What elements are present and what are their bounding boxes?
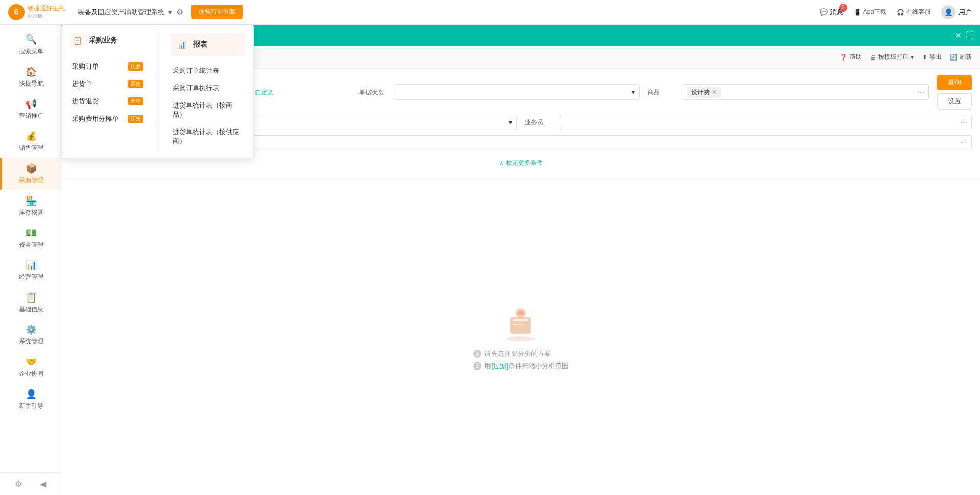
sidebar-item-guide[interactable]: 👤 新手引导 bbox=[0, 383, 61, 416]
dropdown-item-goods-receipt[interactable]: 进货单 历史 bbox=[70, 75, 145, 93]
status-filter: 单据状态 ▾ bbox=[359, 84, 640, 100]
export-icon: ⬆ bbox=[922, 54, 927, 61]
refresh-icon: 🔄 bbox=[950, 54, 957, 61]
message-notification[interactable]: 💬 消息 5 bbox=[820, 8, 843, 17]
bottom-collapse-icon[interactable]: ◀ bbox=[40, 479, 46, 489]
basic-info-icon: 📋 bbox=[26, 292, 37, 303]
status-label: 单据状态 bbox=[359, 88, 390, 97]
search-icon: 🔍 bbox=[26, 34, 37, 45]
sidebar-label-capital: 资金管理 bbox=[19, 241, 44, 249]
goods-select[interactable]: 设计费 ✕ ··· bbox=[683, 84, 929, 100]
help-icon: ❓ bbox=[840, 54, 847, 61]
sidebar-label-basic-info: 基础信息 bbox=[19, 305, 44, 314]
sidebar-item-search[interactable]: 🔍 搜索菜单 bbox=[0, 29, 61, 61]
report-column-icon: 📊 bbox=[175, 37, 189, 52]
svg-rect-5 bbox=[518, 311, 524, 315]
sales-icon: 💰 bbox=[26, 131, 37, 142]
dropdown-item-purchase-order[interactable]: 采购订单 历史 bbox=[70, 58, 145, 75]
top-header: 6 畅捷通好生意 标准版 装备及固定资产辅助管理系统 ▾ ⚙ 体验行业方案 💬 … bbox=[0, 0, 980, 25]
collapse-icon: ∧ bbox=[499, 160, 504, 167]
purchase-column: 📋 采购业务 采购订单 历史 进货单 历史 进货退货 历史 采购费用分摊单 历史 bbox=[70, 33, 145, 150]
help-btn[interactable]: ❓ 帮助 bbox=[840, 53, 862, 61]
home-icon: 🏠 bbox=[26, 66, 37, 77]
main-content: 1 请先选择要分析的方案 2 用[过滤]条件来缩小分析范围 bbox=[61, 177, 980, 495]
sidebar-label-marketing: 营销推广 bbox=[19, 112, 44, 120]
dropdown-item-goods-return[interactable]: 进货退货 历史 bbox=[70, 93, 145, 110]
goods-more-dots[interactable]: ··· bbox=[918, 88, 924, 97]
query-button[interactable]: 查询 bbox=[937, 75, 972, 90]
sidebar-item-sales[interactable]: 💰 销售管理 bbox=[0, 125, 61, 158]
message-icon: 💬 bbox=[820, 8, 828, 16]
salesperson-filter: 业务员 ··· bbox=[525, 115, 972, 130]
sidebar-item-operations[interactable]: 📊 经营管理 bbox=[0, 254, 61, 287]
dropdown-item-purchase-expense[interactable]: 采购费用分摊单 历史 bbox=[70, 110, 145, 127]
empty-tip-2: 2 用[过滤]条件来缩小分析范围 bbox=[473, 361, 568, 371]
history-badge-2: 历史 bbox=[128, 97, 143, 105]
logo-area: 6 畅捷通好生意 标准版 bbox=[8, 4, 70, 20]
capital-icon: 💵 bbox=[26, 227, 37, 239]
sidebar-item-inventory[interactable]: 🏪 库存核算 bbox=[0, 190, 61, 222]
tag-close-icon[interactable]: ✕ bbox=[712, 89, 717, 96]
user-area[interactable]: 👤 用户 bbox=[941, 5, 972, 19]
dropdown-item-report-1[interactable]: 采购订单统计表 bbox=[171, 62, 246, 79]
empty-illustration bbox=[500, 302, 541, 343]
dropdown-item-report-4[interactable]: 进货单统计表（按供应商） bbox=[171, 123, 246, 150]
salesperson-dots[interactable]: ··· bbox=[961, 118, 967, 127]
app-download[interactable]: 📱 App下载 bbox=[854, 8, 886, 16]
user-avatar: 👤 bbox=[941, 5, 955, 19]
header-right: 💬 消息 5 📱 App下载 🎧 在线客服 👤 用户 bbox=[820, 5, 972, 19]
sidebar-label-system: 系统管理 bbox=[19, 337, 44, 346]
history-badge-0: 历史 bbox=[128, 62, 143, 71]
empty-tip-1: 1 请先选择要分析的方案 bbox=[473, 349, 568, 358]
operations-icon: 📊 bbox=[26, 260, 37, 271]
print-icon: 🖨 bbox=[870, 54, 876, 61]
settings-icon[interactable]: ⚙ bbox=[176, 7, 183, 17]
goods-tag: 设计费 ✕ bbox=[687, 87, 721, 98]
sidebar-item-system[interactable]: ⚙️ 系统管理 bbox=[0, 319, 61, 351]
inventory-icon: 🏪 bbox=[26, 195, 37, 206]
user-label: 用户 bbox=[958, 8, 972, 17]
sidebar-bottom: ⚙ ◀ bbox=[0, 472, 61, 495]
industry-btn[interactable]: 体验行业方案 bbox=[191, 5, 243, 19]
online-service[interactable]: 🎧 在线客服 bbox=[897, 8, 931, 16]
salesperson-select[interactable]: ··· bbox=[560, 115, 972, 130]
report-column-title: 报表 bbox=[193, 40, 207, 49]
window-maximize-icon[interactable]: ⛶ bbox=[966, 31, 974, 40]
bottom-settings-icon[interactable]: ⚙ bbox=[15, 479, 22, 489]
action-buttons: 查询 设置 bbox=[937, 75, 972, 110]
purchase-column-header: 📋 采购业务 bbox=[70, 33, 145, 52]
chevron-down-icon: ▾ bbox=[632, 89, 635, 96]
purchase-column-icon: 📋 bbox=[70, 33, 84, 48]
title-dropdown-icon[interactable]: ▾ bbox=[168, 8, 172, 16]
dropdown-item-report-3[interactable]: 进货单统计表（按商品） bbox=[171, 97, 246, 123]
svg-rect-2 bbox=[513, 319, 529, 321]
template-print-btn[interactable]: 🖨 按模板打印 ▾ bbox=[870, 53, 914, 61]
date-option-custom[interactable]: 自定义 bbox=[255, 88, 273, 97]
sidebar-item-capital[interactable]: 💵 资金管理 bbox=[0, 222, 61, 254]
window-close-icon[interactable]: ✕ bbox=[955, 31, 962, 40]
logo-text: 畅捷通好生意 标准版 bbox=[28, 5, 65, 19]
sidebar-label-purchase: 采购管理 bbox=[19, 176, 44, 185]
sidebar-label-operations: 经营管理 bbox=[19, 273, 44, 282]
customer-dots[interactable]: ··· bbox=[961, 138, 967, 147]
sidebar-label-guide: 新手引导 bbox=[19, 402, 44, 411]
dropdown-item-report-2[interactable]: 采购订单执行表 bbox=[171, 79, 246, 97]
sidebar-item-marketing[interactable]: 📢 营销推广 bbox=[0, 93, 61, 125]
purchase-icon: 📦 bbox=[26, 163, 37, 174]
setting-button[interactable]: 设置 bbox=[937, 93, 972, 110]
system-title-area: 装备及固定资产辅助管理系统 ▾ ⚙ 体验行业方案 bbox=[70, 5, 820, 19]
sidebar-item-basic-info[interactable]: 📋 基础信息 bbox=[0, 287, 61, 319]
export-btn[interactable]: ⬆ 导出 bbox=[922, 53, 942, 61]
salesperson-label: 业务员 bbox=[525, 118, 556, 127]
sidebar-item-quick-nav[interactable]: 🏠 快捷导航 bbox=[0, 61, 61, 93]
sidebar-item-enterprise[interactable]: 🤝 企业协同 bbox=[0, 351, 61, 383]
purchase-column-title: 采购业务 bbox=[89, 36, 117, 45]
status-select[interactable]: ▾ bbox=[394, 84, 640, 100]
sidebar-label-sales: 销售管理 bbox=[19, 144, 44, 153]
logo-icon: 6 bbox=[8, 4, 25, 20]
sidebar-item-purchase[interactable]: 📦 采购管理 bbox=[0, 158, 61, 190]
refresh-btn[interactable]: 🔄 刷新 bbox=[950, 53, 972, 61]
goods-filter: 商品 设计费 ✕ ··· bbox=[648, 84, 929, 100]
svg-rect-3 bbox=[513, 324, 525, 325]
history-badge-3: 历史 bbox=[128, 115, 143, 123]
